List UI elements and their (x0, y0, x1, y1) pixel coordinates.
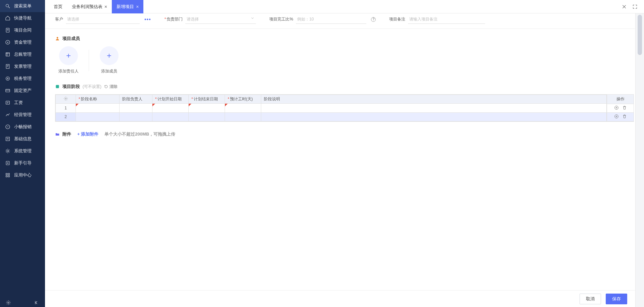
col-name: *阶段名称 (76, 95, 120, 104)
collapse-sidebar-button[interactable] (33, 299, 40, 306)
sidebar-label: 资金管理 (14, 39, 32, 45)
cell-person[interactable] (120, 112, 152, 121)
add-row-icon[interactable] (614, 114, 619, 120)
sidebar-item-quicknav[interactable]: 快捷导航 (0, 12, 45, 24)
scrollbar-thumb[interactable] (638, 15, 642, 55)
sidebar-item-fund[interactable]: ¥ 资金管理 (0, 36, 45, 48)
sidebar-item-invoice[interactable]: 发票管理 (0, 60, 45, 72)
svg-rect-39 (56, 85, 59, 88)
field-customer: 客户 ••• (55, 15, 151, 24)
tab-home[interactable]: 首页 (49, 0, 67, 13)
tab-close-icon[interactable]: × (136, 4, 139, 9)
sidebar-label: 搜索菜单 (14, 3, 32, 9)
sidebar-label: 小畅报销 (14, 124, 32, 130)
sidebar-item-tax[interactable]: 税务管理 (0, 72, 45, 85)
sidebar-label: 固定资产 (14, 88, 32, 94)
section-title: 项目成员 (62, 36, 80, 42)
sidebar-label: 快捷导航 (14, 15, 32, 21)
sidebar-item-guide[interactable]: 新手引导 (0, 157, 45, 169)
sidebar-item-gl[interactable]: 总账管理 (0, 48, 45, 60)
cell-name[interactable] (76, 104, 120, 113)
sidebar-label: 发票管理 (14, 63, 32, 69)
tax-icon (5, 75, 11, 82)
add-attachment-button[interactable]: + 添加附件 (77, 131, 98, 137)
tab-new-project[interactable]: 新增项目× (112, 0, 143, 13)
cell-start[interactable] (152, 112, 189, 121)
table-row[interactable]: 1 (56, 104, 607, 113)
cell-end[interactable] (189, 112, 225, 121)
input-remark[interactable] (408, 15, 485, 24)
save-button[interactable]: 保存 (606, 294, 627, 304)
help-icon[interactable]: ? (371, 17, 376, 22)
add-row-icon[interactable] (614, 105, 619, 111)
sidebar-item-operate[interactable]: 经营管理 (0, 109, 45, 121)
fund-icon: ¥ (5, 39, 11, 45)
cell-end[interactable] (189, 104, 225, 113)
sidebar-item-contract[interactable]: 项目合同 (0, 24, 45, 36)
footer-bar: 取消 保存 (45, 290, 635, 307)
sys-icon (5, 148, 11, 154)
svg-rect-29 (8, 175, 9, 177)
cell-days[interactable] (225, 104, 261, 113)
sidebar-item-salary[interactable]: 工资 (0, 97, 45, 109)
close-panel-icon[interactable] (621, 4, 627, 10)
svg-rect-16 (6, 101, 10, 104)
add-owner-button[interactable] (59, 46, 78, 65)
col-settings[interactable] (56, 95, 76, 104)
cancel-button[interactable]: 取消 (580, 294, 601, 304)
clear-phases-button[interactable]: 清除 (104, 84, 118, 90)
cell-desc[interactable] (261, 104, 607, 113)
sidebar-label: 应用中心 (14, 172, 32, 178)
svg-point-23 (7, 150, 8, 152)
add-owner-card: 添加责任人 (55, 46, 82, 74)
cell-name[interactable] (76, 112, 120, 121)
add-member-label: 添加成员 (96, 68, 123, 74)
sidebar-item-asset[interactable]: 固定资产 (0, 85, 45, 97)
section-head-phases: 项目阶段 (可不设置) 清除 (55, 84, 634, 90)
tab-close-icon[interactable]: × (104, 4, 107, 9)
sidebar-label: 系统管理 (14, 148, 32, 154)
sidebar-label: 基础信息 (14, 136, 32, 142)
sidebar-label: 工资 (14, 100, 23, 106)
input-customer[interactable] (66, 15, 140, 24)
tab-label: 首页 (54, 4, 62, 10)
guide-icon (5, 160, 11, 166)
col-end: *计划结束日期 (189, 95, 225, 104)
fullscreen-icon[interactable] (632, 4, 638, 10)
sidebar-label: 经营管理 (14, 112, 32, 118)
label-remark: 项目备注 (389, 16, 405, 22)
add-member-button[interactable] (100, 46, 119, 65)
clear-label: 清除 (109, 84, 118, 90)
sidebar-label: 新手引导 (14, 160, 32, 166)
sidebar-item-sys[interactable]: 系统管理 (0, 145, 45, 157)
delete-row-icon[interactable] (622, 114, 627, 120)
row-index: 2 (56, 112, 76, 121)
cell-desc[interactable] (261, 112, 607, 121)
cell-days[interactable] (225, 112, 261, 121)
expense-icon (5, 124, 11, 130)
sidebar-item-apps[interactable]: 应用中心 (0, 169, 45, 181)
more-icon[interactable]: ••• (144, 16, 151, 22)
svg-point-25 (7, 163, 8, 164)
table-row[interactable]: 2 (56, 112, 607, 121)
member-separator (89, 50, 89, 71)
cell-person[interactable] (120, 104, 152, 113)
contract-icon (5, 27, 11, 33)
attachment-hint: 单个大小不超过200MB，可拖拽上传 (104, 131, 175, 137)
svg-rect-14 (6, 89, 10, 92)
section-title: 项目阶段 (62, 84, 80, 90)
asset-icon (5, 88, 11, 94)
input-dept[interactable] (185, 15, 256, 24)
sidebar-item-basic[interactable]: 基础信息 (0, 133, 45, 145)
tab-profit[interactable]: 业务利润预估表× (67, 0, 112, 13)
delete-row-icon[interactable] (622, 105, 627, 111)
cell-start[interactable] (152, 104, 189, 113)
settings-button[interactable] (5, 299, 12, 306)
apps-icon (5, 172, 11, 178)
sidebar-item-xiaochang[interactable]: 小畅报销 (0, 121, 45, 133)
input-complete[interactable] (296, 15, 366, 24)
scrollbar[interactable] (635, 13, 644, 307)
operate-icon (5, 112, 11, 118)
chevron-down-icon[interactable] (250, 16, 255, 21)
sidebar-item-search[interactable]: 搜索菜单 (0, 0, 45, 12)
